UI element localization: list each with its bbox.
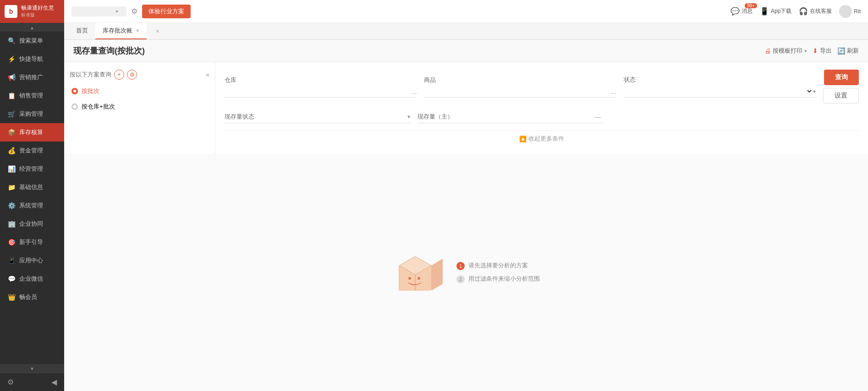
messages-item[interactable]: 💬 消息 99+ xyxy=(731,7,753,16)
scheme-item-by-warehouse-batch[interactable]: 按仓库+批次 xyxy=(64,99,215,114)
print-chevron-icon: ▾ xyxy=(804,48,807,54)
sidebar-item-operations[interactable]: 📊 经营管理 xyxy=(0,160,64,178)
warehouse-input[interactable] xyxy=(225,88,412,95)
inventory-status-wrap: 现存量状态 ▾ xyxy=(225,111,410,123)
sidebar-item-wechat[interactable]: 💬 企业微信 xyxy=(0,270,64,288)
clipboard-icon: 📋 xyxy=(7,92,16,100)
svg-marker-5 xyxy=(431,259,443,291)
warehouse-input-wrap: ... xyxy=(225,86,417,98)
set-button[interactable]: 设置 xyxy=(823,88,859,103)
scheme-collapse-button[interactable]: « xyxy=(206,71,209,78)
empty-tip-2: 2 用过滤条件来缩小分析范围 xyxy=(456,275,540,283)
scheme-add-button[interactable]: + xyxy=(114,70,124,80)
topbar-settings-icon[interactable]: ⚙ xyxy=(131,7,137,16)
status-label: 状态 xyxy=(624,76,816,84)
export-icon: ⬇ xyxy=(813,47,818,54)
avatar xyxy=(839,5,852,18)
inventory-status-label: 现存量状态 xyxy=(225,113,407,121)
topbar-search-area[interactable]: ▾ xyxy=(71,6,126,16)
product-input[interactable] xyxy=(424,88,611,95)
tab-inventory-batch[interactable]: 库存批次账 × xyxy=(95,23,147,39)
page-content: 现存量查询(按批次) 🖨 按模板打印 ▾ ⬇ 导出 🔄 刷新 xyxy=(64,40,868,391)
sidebar-item-quicknav[interactable]: ⚡ 快捷导航 xyxy=(0,50,64,68)
sidebar-collapse-icon[interactable]: ◀ xyxy=(51,378,57,386)
filter-group-warehouse: 仓库 ... xyxy=(225,76,417,98)
product-dots-icon[interactable]: ... xyxy=(611,88,616,95)
empty-tip-1: 1 请先选择要分析的方案 xyxy=(456,261,540,270)
scheme-label-warehouse-batch: 按仓库+批次 xyxy=(82,103,115,111)
btn-group-right: 查询 设置 xyxy=(823,70,859,103)
tab-close-icon[interactable]: × xyxy=(136,27,139,34)
scheme-header: 按以下方案查询 + ⚙ « xyxy=(64,68,215,83)
sidebar: b 畅康通好生意 标准版 ▲ 🔍 搜索菜单 ⚡ 快捷导航 📢 营销推广 📋 销售… xyxy=(0,0,64,391)
sidebar-item-sales[interactable]: 📋 销售管理 xyxy=(0,87,64,105)
sidebar-item-marketing[interactable]: 📢 营销推广 xyxy=(0,68,64,87)
target-icon: 🎯 xyxy=(7,238,16,246)
online-service-item[interactable]: 🎧 在线客服 xyxy=(799,7,832,16)
inventory-status-chevron-icon: ▾ xyxy=(407,114,410,120)
sidebar-item-search[interactable]: 🔍 搜索菜单 xyxy=(0,32,64,50)
experience-button[interactable]: 体验行业方案 xyxy=(142,5,191,18)
collapse-more[interactable]: 🔼 收起更多条件 xyxy=(225,130,859,147)
tabbar: 首页 库存批次账 × × xyxy=(64,23,868,40)
filter-panel: 按以下方案查询 + ⚙ « 按批次 xyxy=(64,62,868,154)
headset-icon: 🎧 xyxy=(799,7,808,16)
status-select[interactable] xyxy=(624,87,813,95)
building-icon: 🏢 xyxy=(7,220,16,228)
refresh-button[interactable]: 🔄 刷新 xyxy=(837,47,859,55)
refresh-icon: 🔄 xyxy=(837,47,845,54)
sidebar-item-system[interactable]: ⚙️ 系统管理 xyxy=(0,196,64,215)
user-item[interactable]: Rit xyxy=(839,5,861,18)
box-icon: 📦 xyxy=(7,128,16,136)
inventory-main-wrap: 现存量（主） — xyxy=(418,111,603,123)
sidebar-item-inventory[interactable]: 📦 库存核算 xyxy=(0,123,64,141)
print-button[interactable]: 🖨 按模板打印 ▾ xyxy=(764,47,807,55)
filter-right: 仓库 ... 商品 ... 状态 xyxy=(215,62,868,154)
cart-icon: 🛒 xyxy=(7,110,16,118)
sidebar-item-enterprise[interactable]: 🏢 企业协同 xyxy=(0,215,64,233)
mobile-icon: 📱 xyxy=(7,256,16,265)
sidebar-scroll-up[interactable]: ▲ xyxy=(0,23,64,32)
svg-point-1 xyxy=(73,90,76,92)
chart-icon: 📊 xyxy=(7,165,16,173)
empty-tip-label-2: 用过滤条件来缩小分析范围 xyxy=(468,275,540,283)
svg-point-9 xyxy=(418,277,420,280)
sidebar-scroll-down[interactable]: ▼ xyxy=(0,364,64,373)
collapse-label: 收起更多条件 xyxy=(528,135,564,143)
warehouse-dots-icon[interactable]: ... xyxy=(412,88,417,95)
sidebar-settings-icon[interactable]: ⚙ xyxy=(7,378,14,386)
sidebar-item-purchase[interactable]: 🛒 采购管理 xyxy=(0,105,64,123)
scheme-settings-button[interactable]: ⚙ xyxy=(127,70,137,80)
app-download-item[interactable]: 📱 App下载 xyxy=(760,7,791,16)
filter-group-status: 状态 ▾ xyxy=(624,76,816,98)
tab-home[interactable]: 首页 xyxy=(69,23,95,39)
megaphone-icon: 📢 xyxy=(7,73,16,81)
filter-group-product: 商品 ... xyxy=(424,76,616,98)
sidebar-item-basic[interactable]: 📁 基础信息 xyxy=(0,178,64,196)
sidebar-item-member[interactable]: 👑 畅会员 xyxy=(0,288,64,306)
page-title: 现存量查询(按批次) xyxy=(73,45,145,56)
tip-number-1: 1 xyxy=(456,262,465,270)
scheme-label-batch: 按批次 xyxy=(82,87,99,95)
empty-image xyxy=(392,247,443,298)
message-icon: 💬 xyxy=(731,7,740,16)
sidebar-item-finance[interactable]: 💰 资金管理 xyxy=(0,141,64,160)
export-button[interactable]: ⬇ 导出 xyxy=(813,47,832,55)
sidebar-nav: 🔍 搜索菜单 ⚡ 快捷导航 📢 营销推广 📋 销售管理 🛒 采购管理 📦 库存核… xyxy=(0,32,64,364)
sidebar-item-newguide[interactable]: 🎯 新手引导 xyxy=(0,233,64,251)
sidebar-item-appcenter[interactable]: 📱 应用中心 xyxy=(0,251,64,270)
empty-tip-label-1: 请先选择要分析的方案 xyxy=(468,261,528,270)
search-icon: 🔍 xyxy=(7,37,16,45)
query-button[interactable]: 查询 xyxy=(824,70,859,85)
inventory-main-label: 现存量（主） xyxy=(418,113,592,121)
topbar-left: ▾ ⚙ 体验行业方案 xyxy=(71,5,191,18)
tab-panel-close-button[interactable]: × xyxy=(156,27,159,35)
topbar: ▾ ⚙ 体验行业方案 💬 消息 99+ 📱 App下载 🎧 在线客服 Rit xyxy=(64,0,868,23)
status-select-wrap: ▾ xyxy=(624,86,816,98)
topbar-right: 💬 消息 99+ 📱 App下载 🎧 在线客服 Rit xyxy=(731,5,861,18)
filter-row-2: 现存量状态 ▾ 现存量（主） — xyxy=(225,111,859,123)
crown-icon: 👑 xyxy=(7,293,16,301)
scheme-item-by-batch[interactable]: 按批次 xyxy=(64,83,215,99)
brand-name: 畅康通好生意 xyxy=(21,5,54,12)
edition-label: 标准版 xyxy=(21,12,54,18)
